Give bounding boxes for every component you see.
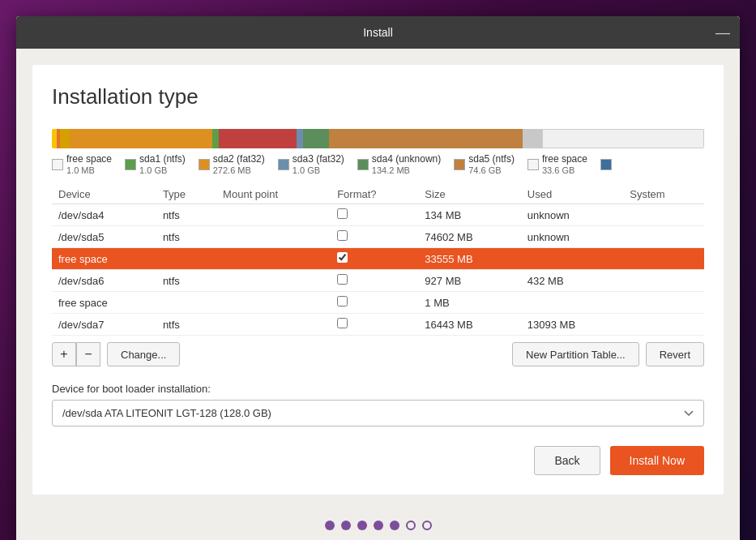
bar-seg-3 [70,129,212,148]
table-header-row: Device Type Mount point Format? Size Use… [52,185,704,204]
legend-color-sda5 [454,159,465,170]
col-header-system: System [623,185,704,204]
legend-size-sda1: 1.0 GB [139,165,186,175]
table-row[interactable]: /dev/sda5ntfs74602 MBunknown [52,226,704,248]
cell-format[interactable] [331,270,418,292]
legend-label-sda2: sda2 (fat32) [213,153,265,165]
legend-size-sda4: 134.2 MB [372,165,441,175]
legend-size-sda2: 272.6 MB [213,165,265,175]
bootloader-label: Device for boot loader installation: [52,383,704,395]
cell-device: free space [52,248,156,270]
col-header-device: Device [52,185,156,204]
cell-device: free space [52,292,156,314]
legend-color-sda4 [357,159,369,170]
bar-seg-5 [219,129,297,148]
cell-format[interactable] [331,248,418,270]
bar-seg-6 [297,129,303,148]
cell-format[interactable] [331,204,418,226]
format-checkbox[interactable] [337,296,348,306]
cell-format[interactable] [331,226,418,248]
legend-size-free2: 33.6 GB [542,165,587,175]
legend-sda1: sda1 (ntfs) 1.0 GB [125,153,186,175]
table-row[interactable]: free space33555 MB [52,248,704,270]
cell-format[interactable] [331,292,418,314]
cell-mount [216,204,331,226]
dot-empty [406,521,416,530]
bar-seg-4 [212,129,219,148]
format-checkbox[interactable] [337,274,348,285]
remove-partition-button[interactable]: − [76,342,100,366]
cell-size: 74602 MB [418,226,520,248]
cell-size: 134 MB [418,204,520,226]
change-partition-button[interactable]: Change... [107,342,180,366]
legend-color-free2 [527,159,539,170]
titlebar: Install — [16,16,740,49]
table-row[interactable]: /dev/sda4ntfs134 MBunknown [52,204,704,226]
legend-sda4: sda4 (unknown) 134.2 MB [357,153,441,175]
cell-size: 1 MB [418,292,520,314]
cell-size: 927 MB [418,270,520,292]
cell-device: /dev/sda7 [52,314,156,336]
legend-free-space-2: free space 33.6 GB [527,153,587,175]
cell-format[interactable] [331,314,418,336]
dot-filled [325,521,335,530]
bootloader-select[interactable]: /dev/sda ATA LITEONIT LGT-128 (128.0 GB) [52,400,704,426]
legend-label-sda3: sda3 (fat32) [293,153,344,165]
window-title: Install [363,26,393,39]
minimize-button[interactable]: — [715,25,730,40]
dot-empty [422,521,432,530]
cell-system [623,292,704,314]
cell-system [623,226,704,248]
add-partition-button[interactable]: + [52,342,76,366]
legend-color-sda3 [278,159,289,170]
cell-mount [216,292,331,314]
format-checkbox[interactable] [337,230,348,241]
dot-filled [341,521,351,530]
content-area: Installation type [32,65,724,495]
revert-button[interactable]: Revert [646,342,704,366]
legend-label-free1: free space [66,153,112,165]
legend-size-free1: 1.0 MB [66,165,112,175]
legend-extra [600,153,615,175]
cell-type: ntfs [156,226,216,248]
dot-filled [357,521,367,530]
legend-label-sda5: sda5 (ntfs) [468,153,515,165]
new-partition-table-button[interactable]: New Partition Table... [512,342,639,366]
bar-seg-2 [60,129,70,148]
dot-filled [374,521,383,530]
cell-type: ntfs [156,204,216,226]
format-checkbox[interactable] [337,252,348,263]
cell-type: ntfs [156,314,216,336]
format-checkbox[interactable] [337,318,348,328]
partition-legend: free space 1.0 MB sda1 (ntfs) 1.0 GB sda… [52,153,704,175]
cell-system [623,248,704,270]
table-row[interactable]: /dev/sda7ntfs16443 MB13093 MB [52,314,704,336]
cell-type: ntfs [156,270,216,292]
bar-seg-9 [523,129,542,148]
cell-mount [216,248,331,270]
cell-system [623,204,704,226]
right-button-group: New Partition Table... Revert [512,342,704,366]
partition-bar [52,129,704,148]
legend-color-free1 [52,159,63,170]
bar-seg-8 [329,129,523,148]
legend-free-space-1: free space 1.0 MB [52,153,112,175]
cell-used: unknown [521,204,623,226]
cell-system [623,270,704,292]
cell-used [521,248,623,270]
legend-label-free2: free space [542,153,587,165]
format-checkbox[interactable] [337,208,348,219]
table-row[interactable]: /dev/sda6ntfs927 MB432 MB [52,270,704,292]
cell-used: 13093 MB [521,314,623,336]
legend-sda2: sda2 (fat32) 272.6 MB [199,153,265,175]
legend-size-sda5: 74.6 GB [468,165,515,175]
bootloader-wrapper: /dev/sda ATA LITEONIT LGT-128 (128.0 GB) [52,400,704,426]
cell-mount [216,226,331,248]
legend-color-sda1 [125,159,136,170]
legend-label-sda4: sda4 (unknown) [372,153,441,165]
cell-size: 33555 MB [418,248,520,270]
back-button[interactable]: Back [534,446,600,475]
legend-sda5: sda5 (ntfs) 74.6 GB [454,153,515,175]
table-row[interactable]: free space1 MB [52,292,704,314]
install-now-button[interactable]: Install Now [610,446,704,475]
